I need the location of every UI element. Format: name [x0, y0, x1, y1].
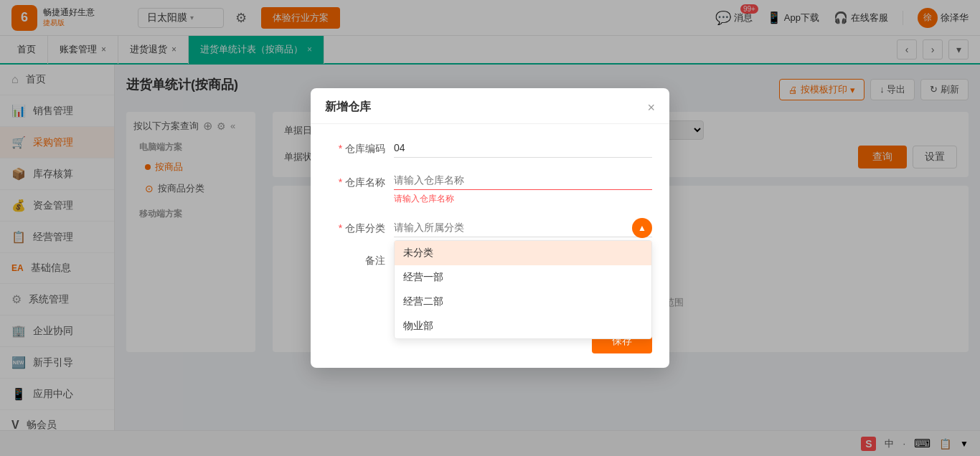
- category-dropdown-arrow[interactable]: ▲: [632, 218, 652, 238]
- dropdown-item-dept2[interactable]: 经营二部: [395, 290, 651, 314]
- category-label: * 仓库分类: [328, 218, 385, 235]
- modal-body: * 仓库编码 * 仓库名称 请输入仓库名称: [311, 124, 669, 320]
- remark-label: 备注: [328, 250, 385, 267]
- modal-title: 新增仓库: [325, 100, 371, 115]
- category-wrapper: ▲ 未分类 经营一部 经营二部 物业部: [394, 218, 652, 237]
- dropdown-item-dept3[interactable]: 物业部: [395, 314, 651, 338]
- name-input[interactable]: [394, 171, 652, 190]
- dropdown-item-dept1[interactable]: 经营一部: [395, 265, 651, 290]
- category-input[interactable]: [394, 218, 652, 237]
- code-input[interactable]: [394, 138, 652, 158]
- code-required: *: [339, 143, 345, 154]
- modal-dialog: 新增仓库 × * 仓库编码 * 仓库名称: [311, 88, 669, 368]
- modal-overlay[interactable]: 新增仓库 × * 仓库编码 * 仓库名称: [0, 0, 980, 456]
- name-error-msg: 请输入仓库名称: [394, 194, 454, 204]
- category-dropdown: 未分类 经营一部 经营二部 物业部: [394, 240, 652, 339]
- code-row: * 仓库编码: [328, 138, 652, 158]
- modal-close-button[interactable]: ×: [647, 101, 655, 114]
- dropdown-item-unclassified[interactable]: 未分类: [395, 241, 651, 265]
- name-label: * 仓库名称: [328, 172, 385, 189]
- category-row: * 仓库分类 ▲ 未分类 经营一部 经营二部 物业部: [328, 218, 652, 237]
- name-row: * 仓库名称 请输入仓库名称: [328, 171, 652, 205]
- code-label: * 仓库编码: [328, 138, 385, 156]
- modal-header: 新增仓库 ×: [311, 88, 669, 124]
- name-required: *: [339, 176, 345, 188]
- category-required: *: [339, 222, 345, 234]
